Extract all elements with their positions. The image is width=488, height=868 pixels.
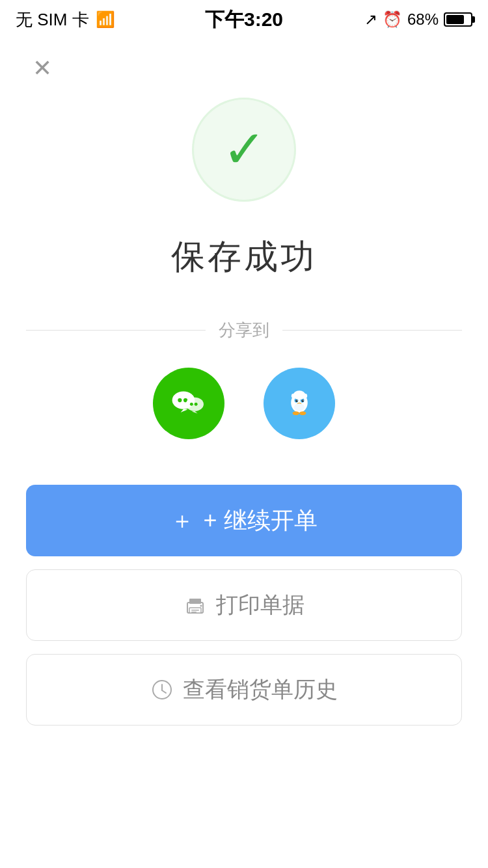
clock-icon [150,678,174,701]
share-label: 分享到 [219,319,269,342]
print-button[interactable]: 打印单据 [26,569,462,641]
qq-share-button[interactable] [264,368,335,439]
qq-icon [280,385,318,422]
action-buttons: ＋ + 继续开单 打印单据 查看销货单历史 [26,485,462,726]
continue-label: + 继续开单 [203,505,317,537]
share-section: 分享到 [26,319,462,439]
alarm-icon: ⏰ [383,10,402,29]
history-button[interactable]: 查看销货单历史 [26,654,462,726]
svg-point-4 [190,403,193,406]
success-title: 保存成功 [171,234,317,280]
svg-point-12 [303,400,303,401]
printer-icon [183,593,207,617]
share-divider-row: 分享到 [26,319,462,342]
status-right: ↗ ⏰ 68% [364,10,472,29]
divider-right [282,330,462,331]
continue-button[interactable]: ＋ + 继续开单 [26,485,462,556]
svg-point-5 [195,403,198,406]
divider-left [26,330,206,331]
status-left: 无 SIM 卡 📶 [16,8,115,31]
main-content: ✕ ✓ 保存成功 分享到 [0,39,488,752]
svg-point-10 [301,400,303,401]
share-icons [26,368,462,439]
status-time: 下午3:20 [205,7,283,33]
battery-percent: 68% [407,10,439,29]
svg-point-11 [297,400,297,401]
history-label: 查看销货单历史 [183,675,338,705]
close-button[interactable]: ✕ [26,52,59,85]
svg-line-28 [162,690,166,693]
svg-point-17 [303,394,307,398]
battery-icon [444,12,472,27]
sim-label: 无 SIM 卡 [16,8,89,31]
wifi-icon: 📶 [96,10,115,29]
svg-point-14 [294,403,305,411]
svg-rect-24 [191,612,197,613]
location-icon: ↗ [364,10,377,29]
print-label: 打印单据 [216,590,305,620]
svg-point-25 [200,605,202,607]
close-icon: ✕ [33,57,52,80]
wechat-icon [169,383,209,424]
svg-point-9 [295,400,297,401]
success-circle: ✓ [192,98,296,202]
svg-rect-23 [191,610,199,611]
svg-point-19 [299,411,306,415]
plus-icon: ＋ [170,505,194,537]
wechat-share-button[interactable] [153,368,224,439]
svg-point-15 [293,390,306,400]
svg-point-16 [291,394,295,398]
svg-rect-21 [189,599,201,604]
checkmark-icon: ✓ [223,124,266,176]
svg-point-1 [178,398,182,402]
svg-point-18 [293,411,299,415]
status-bar: 无 SIM 卡 📶 下午3:20 ↗ ⏰ 68% [0,0,488,39]
